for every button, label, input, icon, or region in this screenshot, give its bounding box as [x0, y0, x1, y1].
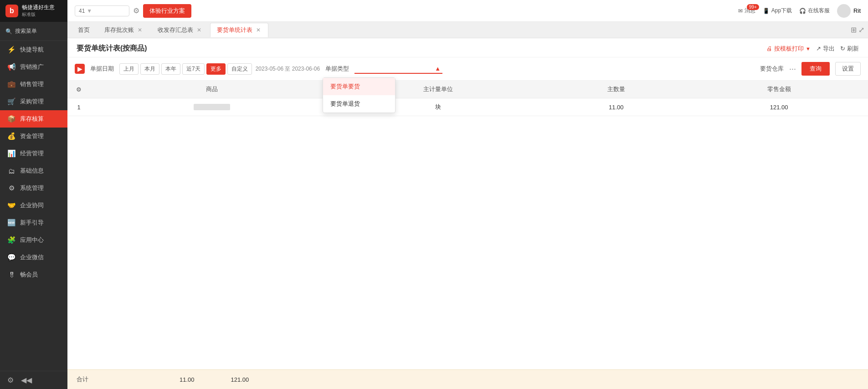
trial-button[interactable]: 体验行业方案 — [143, 4, 191, 18]
warehouse-label: 要货仓库 — [760, 65, 784, 73]
headset-icon: 🎧 — [799, 8, 806, 14]
tab-inventory-batch[interactable]: 库存批次账 ✕ — [98, 23, 150, 37]
fullscreen-icon[interactable]: ⤢ — [858, 26, 864, 34]
col-quantity: 主数量 — [542, 81, 690, 98]
filter-more-button[interactable]: ··· — [789, 64, 796, 74]
export-button[interactable]: ↗ 导出 — [816, 45, 835, 53]
sidebar-item-sales[interactable]: 💼 销售管理 — [0, 76, 67, 93]
sidebar-item-inventory[interactable]: 📦 库存核算 — [0, 110, 67, 128]
collapse-icon[interactable]: ◀◀ — [21, 376, 32, 384]
operation-icon: 📊 — [7, 149, 15, 158]
filter-bar: ▶ 单据日期 上月 本月 本年 近7天 更多 自定义 2023-05-06 至 … — [67, 57, 868, 81]
print-chevron-icon: ▼ — [806, 46, 811, 51]
filter-expand-button[interactable]: ▶ — [75, 64, 85, 74]
date-group: 上月 本月 本年 近7天 更多 自定义 2023-05-06 至 2023-06… — [119, 63, 320, 75]
settings-icon[interactable]: ⚙ — [7, 376, 14, 384]
col-amount: 零售金额 — [690, 81, 868, 98]
marketing-icon: 📢 — [7, 63, 15, 71]
chevron-down-icon: ▼ — [87, 8, 92, 14]
table-wrapper: ⚙ 商品 主计量单位 主数量 零售金额 1 块 11. — [67, 81, 868, 369]
user-area[interactable]: Rit — [837, 4, 861, 18]
online-service-button[interactable]: 🎧 在线客服 — [799, 7, 830, 15]
setting-button[interactable]: 设置 — [835, 62, 861, 76]
page-title: 要货单统计表(按商品) — [77, 44, 147, 53]
sidebar-item-purchase[interactable]: 🛒 采购管理 — [0, 93, 67, 110]
tab-receive-summary-label: 收发存汇总表 — [158, 26, 193, 34]
col-product: 商品 — [90, 81, 334, 98]
basic-icon: 🗂 — [7, 167, 15, 175]
summary-bar: 合计 11.00 121.00 — [67, 369, 868, 389]
tab-receive-summary-close[interactable]: ✕ — [196, 27, 202, 33]
sidebar-item-operation[interactable]: 📊 经营管理 — [0, 145, 67, 162]
print-button[interactable]: 🖨 按模板打印 ▼ — [766, 45, 811, 53]
refresh-button[interactable]: ↻ 刷新 — [840, 45, 859, 53]
logo-icon: b — [5, 5, 18, 17]
date-btn-more[interactable]: 更多 — [206, 63, 226, 75]
query-button[interactable]: 查询 — [801, 62, 830, 76]
sidebar-item-basic[interactable]: 🗂 基础信息 — [0, 162, 67, 179]
sidebar-item-system[interactable]: ⚙ 系统管理 — [0, 179, 67, 197]
sidebar-item-appstore[interactable]: 🧩 应用中心 — [0, 231, 67, 249]
date-btn-custom[interactable]: 自定义 — [227, 63, 252, 75]
page-header: 要货单统计表(按商品) 🖨 按模板打印 ▼ ↗ 导出 ↻ 刷新 — [67, 38, 868, 57]
sidebar-item-finance[interactable]: 💰 资金管理 — [0, 128, 67, 145]
date-btn-this-year[interactable]: 本年 — [161, 63, 180, 75]
page-actions: 🖨 按模板打印 ▼ ↗ 导出 ↻ 刷新 — [766, 45, 859, 53]
type-select-input[interactable] — [356, 65, 433, 72]
topbar: 41 ▼ ⚙ 体验行业方案 ✉ 消息 99+ 📱 App下载 🎧 在线客服 R — [67, 0, 868, 22]
app-download-button[interactable]: 📱 App下载 — [763, 7, 792, 15]
sidebar-item-shortcut[interactable]: ⚡ 快捷导航 — [0, 41, 67, 58]
summary-amount: 121.00 — [231, 376, 249, 383]
tab-home[interactable]: 首页 — [71, 23, 97, 37]
export-icon: ↗ — [816, 45, 821, 52]
topbar-gear-icon[interactable]: ⚙ — [133, 6, 139, 15]
expand-icon[interactable]: ⊞ — [851, 26, 857, 34]
table-row: 1 块 11.00 121.00 — [67, 98, 868, 116]
dropdown-item-return[interactable]: 要货单退货 — [323, 95, 395, 113]
messages-badge: 99+ — [747, 4, 759, 10]
table-header-row: ⚙ 商品 主计量单位 主数量 零售金额 — [67, 81, 868, 98]
date-btn-7days[interactable]: 近7天 — [182, 63, 205, 75]
dropdown-item-order[interactable]: 要货单要货 — [323, 78, 395, 95]
tab-order-summary-close[interactable]: ✕ — [255, 27, 262, 33]
message-icon: ✉ — [738, 8, 743, 14]
tab-inventory-batch-close[interactable]: ✕ — [137, 27, 143, 33]
print-icon: 🖨 — [766, 45, 772, 52]
type-select[interactable]: ▲ — [354, 64, 442, 74]
sidebar-logo: b 畅捷通好生意 标准版 — [0, 0, 67, 22]
table-body: 1 块 11.00 121.00 — [67, 98, 868, 116]
cell-product — [90, 98, 334, 116]
cell-amount: 121.00 — [690, 98, 868, 116]
summary-quantity: 11.00 — [180, 376, 195, 383]
expand-arrow-icon: ▶ — [77, 65, 82, 72]
tab-order-summary[interactable]: 要货单统计表 ✕ — [210, 23, 268, 37]
company-selector[interactable]: 41 ▼ — [75, 5, 129, 16]
app-download-label: App下载 — [771, 7, 792, 15]
sidebar-item-marketing[interactable]: 📢 营销推广 — [0, 58, 67, 76]
sidebar-item-label: 系统管理 — [20, 184, 44, 192]
date-btn-last-month[interactable]: 上月 — [119, 63, 139, 75]
user-name: Rit — [853, 7, 861, 14]
date-btn-this-month[interactable]: 本月 — [140, 63, 159, 75]
search-icon: 🔍 — [5, 28, 12, 35]
summary-label: 合计 — [77, 375, 88, 384]
avatar — [837, 4, 851, 18]
sidebar-item-weixin[interactable]: 💬 企业微信 — [0, 249, 67, 266]
sidebar-item-label: 应用中心 — [20, 236, 44, 244]
refresh-label: 刷新 — [847, 45, 859, 53]
export-label: 导出 — [823, 45, 835, 53]
type-dropdown-menu: 要货单要货 要货单退货 — [323, 77, 395, 113]
sidebar-item-vip[interactable]: 🎖 畅会员 — [0, 266, 67, 283]
app-name: 畅捷通好生意 — [22, 4, 55, 11]
sidebar-item-guide[interactable]: 🆕 新手引导 — [0, 214, 67, 231]
type-label: 单据类型 — [325, 65, 349, 73]
tab-receive-summary[interactable]: 收发存汇总表 ✕ — [151, 23, 209, 37]
appstore-icon: 🧩 — [7, 236, 15, 244]
date-range-display: 2023-05-06 至 2023-06-06 — [256, 65, 320, 73]
messages-button[interactable]: ✉ 消息 99+ — [738, 7, 755, 15]
sidebar-item-label: 经营管理 — [20, 149, 44, 158]
search-menu-button[interactable]: 🔍 搜索菜单 — [5, 26, 62, 37]
sidebar-item-enterprise[interactable]: 🤝 企业协同 — [0, 197, 67, 214]
col-settings[interactable]: ⚙ — [67, 81, 90, 98]
sidebar-item-label: 销售管理 — [20, 80, 44, 88]
